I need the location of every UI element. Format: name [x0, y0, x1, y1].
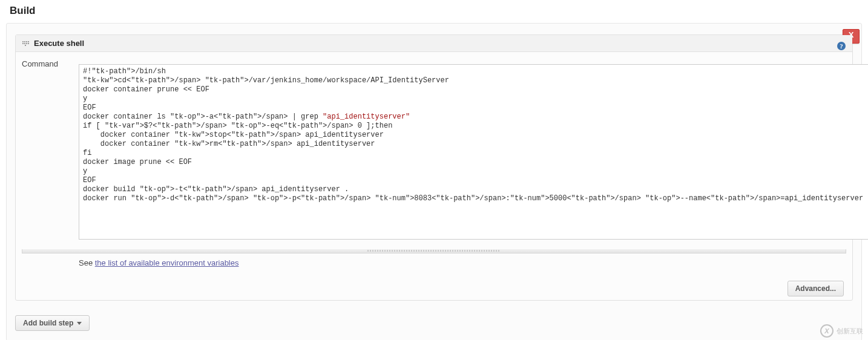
bottom-resize-handle[interactable] [22, 249, 846, 253]
add-build-step-label: Add build step [23, 319, 73, 327]
chevron-down-icon [77, 322, 82, 325]
build-section-heading: Build [10, 5, 862, 17]
build-step-header: Execute shell ? [16, 35, 852, 52]
env-vars-help-row: See the list of available environment va… [16, 253, 852, 270]
build-step-execute-shell: X Execute shell ? Command #!"tk-path">/b… [15, 34, 853, 301]
command-label: Command [22, 57, 70, 68]
command-textarea[interactable]: #!"tk-path">/bin/sh "tk-kw">cd<"tk-path"… [79, 64, 868, 240]
env-vars-help-prefix: See [79, 258, 95, 267]
help-icon[interactable]: ? [837, 41, 846, 51]
svg-text:?: ? [840, 42, 843, 50]
env-vars-help-link[interactable]: the list of available environment variab… [95, 258, 239, 267]
build-section: X Execute shell ? Command #!"tk-path">/b… [6, 23, 862, 340]
advanced-button-label: Advanced... [795, 284, 836, 293]
add-build-step-button[interactable]: Add build step [15, 315, 90, 331]
advanced-button[interactable]: Advanced... [787, 281, 844, 296]
build-step-title: Execute shell [34, 39, 84, 48]
drag-handle-icon[interactable] [22, 40, 29, 47]
